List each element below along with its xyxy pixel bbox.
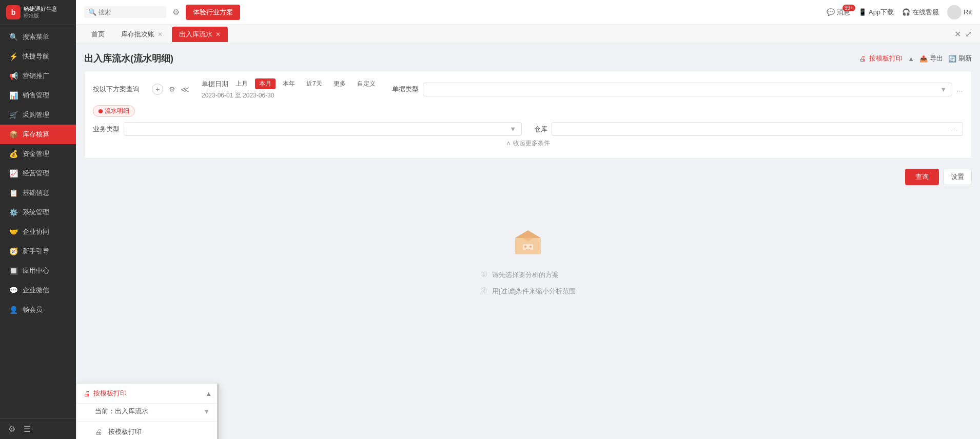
avatar [947, 5, 962, 19]
dropdown-item-template-print[interactable]: 🖨 按模板打印 [76, 424, 219, 439]
date-tab-last-month[interactable]: 上月 [231, 78, 252, 89]
dropdown-header[interactable]: 🖨 按模板打印 ▲ [76, 384, 219, 404]
refresh-btn[interactable]: 🔄 刷新 [948, 54, 972, 63]
wechat-icon: 💬 [8, 286, 18, 294]
filter-area: 按以下方案查询 + ⚙ ≪ 单据日期 上月 本月 本年 近7天 [84, 71, 972, 158]
business-type-select[interactable]: ▼ [124, 122, 522, 136]
expand-tab-btn[interactable]: ⤢ [965, 29, 972, 39]
sidebar-item-basics[interactable]: 📋 基础信息 [0, 183, 76, 203]
sidebar-item-operations[interactable]: 📈 经营管理 [0, 164, 76, 183]
date-tab-custom[interactable]: 自定义 [353, 78, 380, 89]
collapse-more-btn[interactable]: ∧ 收起更多条件 [93, 136, 963, 151]
date-tab-more[interactable]: 更多 [329, 78, 350, 89]
app-download-label: App下载 [869, 8, 894, 17]
tab-flow[interactable]: 出入库流水 ✕ [172, 27, 228, 42]
date-filter: 单据日期 上月 本月 本年 近7天 更多 自定义 2023-06-01 至 20… [202, 78, 380, 100]
sidebar-item-inventory[interactable]: 📦 库存核算 [0, 125, 76, 144]
tab-close-batch[interactable]: ✕ [158, 31, 163, 38]
sidebar: b 畅捷通好生意 标准版 🔍 搜索菜单 ⚡ 快捷导航 📢 营销推广 📊 销售管理… [0, 0, 76, 439]
printer-dropdown-icon: 🖨 [84, 390, 90, 397]
sidebar-item-search-menu[interactable]: 🔍 搜索菜单 [0, 27, 76, 47]
filter-tag-row: 流水明细 [93, 105, 963, 117]
message-badge: 99+ [842, 5, 855, 11]
sidebar-item-app-center[interactable]: 🔲 应用中心 [0, 261, 76, 281]
header-search-box[interactable]: 🔍 [84, 6, 166, 18]
trial-btn[interactable]: 体验行业方案 [186, 5, 240, 20]
print-dropdown-panel: 🖨 按模板打印 ▲ 当前：出入库流水 ▼ 🖨 按模板打印 👁 按模板预览 [76, 383, 220, 439]
tab-bar: 首页 库存批次账 ✕ 出入库流水 ✕ ✕ ⤢ [76, 25, 980, 44]
user-avatar-area[interactable]: Rit [947, 5, 972, 19]
sidebar-item-wechat[interactable]: 💬 企业微信 [0, 281, 76, 300]
date-tab-this-month[interactable]: 本月 [255, 78, 276, 89]
sidebar-item-marketing[interactable]: 📢 营销推广 [0, 66, 76, 86]
current-chevron-icon: ▼ [203, 408, 210, 415]
filter-collapse-btn[interactable]: ≪ [181, 85, 189, 94]
date-tab-this-year[interactable]: 本年 [279, 78, 299, 89]
bill-type-select[interactable]: ▼ [423, 83, 952, 96]
online-service-btn[interactable]: 🎧 在线客服 [902, 8, 939, 17]
message-btn[interactable]: 💬 消息 99+ [827, 8, 850, 17]
sidebar-item-purchase[interactable]: 🛒 采购管理 [0, 105, 76, 125]
empty-tip-1: ① 请先选择要分析的方案 [480, 269, 576, 280]
business-dropdown-icon: ▼ [509, 125, 516, 133]
purchase-icon: 🛒 [8, 111, 18, 119]
sidebar-item-member[interactable]: 👤 畅会员 [0, 300, 76, 320]
sidebar-item-quick-nav[interactable]: ⚡ 快捷导航 [0, 47, 76, 66]
member-icon: 👤 [8, 306, 18, 314]
dropdown-current-item[interactable]: 当前：出入库流水 ▼ [76, 404, 219, 419]
header-gear-icon[interactable]: ⚙ [172, 7, 180, 17]
tab-batch-account[interactable]: 库存批次账 ✕ [114, 27, 170, 42]
date-tab-last-7[interactable]: 近7天 [302, 78, 326, 89]
warehouse-filter: 仓库 … [534, 122, 963, 136]
guide-icon: 🧭 [8, 247, 18, 255]
inventory-icon: 📦 [8, 130, 18, 138]
query-btn[interactable]: 查询 [905, 169, 939, 185]
settings-bottom-icon[interactable]: ⚙ [8, 424, 15, 434]
sidebar-item-system[interactable]: ⚙️ 系统管理 [0, 203, 76, 222]
main-container: 🔍 ⚙ 体验行业方案 💬 消息 99+ 📱 App下载 🎧 在线客服 Rit [76, 0, 980, 439]
operations-icon: 📈 [8, 169, 18, 177]
filter-tag: 流水明细 [93, 105, 135, 117]
search-input[interactable] [99, 9, 150, 16]
date-filter-tabs: 上月 本月 本年 近7天 更多 自定义 [231, 78, 380, 89]
step1-icon: ① [480, 270, 487, 278]
warehouse-select[interactable]: … [552, 122, 963, 136]
tab-home[interactable]: 首页 [84, 27, 112, 42]
enterprise-icon: 🤝 [8, 228, 18, 236]
message-icon: 💬 [827, 8, 835, 16]
print-btn[interactable]: 🖨 按模板打印 [859, 54, 903, 63]
refresh-icon: 🔄 [948, 55, 956, 63]
bill-type-more-icon[interactable]: … [956, 86, 963, 93]
settings-btn[interactable]: 设置 [943, 169, 972, 185]
sidebar-item-sales[interactable]: 📊 销售管理 [0, 86, 76, 105]
tab-close-flow[interactable]: ✕ [215, 31, 221, 38]
app-download-btn[interactable]: 📱 App下载 [858, 8, 894, 17]
date-label: 单据日期 [202, 79, 228, 89]
export-btn[interactable]: 📤 导出 [919, 54, 943, 63]
service-icon: 🎧 [902, 8, 910, 16]
search-area: 查询 设置 [84, 165, 972, 189]
warehouse-label: 仓库 [534, 125, 547, 134]
divider-1 [76, 421, 219, 422]
menu-toggle-icon[interactable]: ☰ [24, 424, 31, 434]
filter-add-btn[interactable]: + [152, 84, 163, 95]
svg-point-4 [524, 246, 526, 248]
sidebar-item-enterprise[interactable]: 🤝 企业协同 [0, 222, 76, 242]
sidebar-logo: b 畅捷通好生意 标准版 [0, 0, 76, 25]
page-content: 出入库流水(流水明细) 🖨 按模板打印 ▲ 📤 导出 🔄 刷新 [76, 44, 980, 439]
marketing-icon: 📢 [8, 72, 18, 80]
search-icon: 🔍 [8, 33, 18, 41]
filter-row-2: 业务类型 ▼ 仓库 … [93, 122, 963, 136]
filter-label: 按以下方案查询 [93, 85, 140, 94]
warehouse-more-icon[interactable]: … [951, 125, 957, 133]
sidebar-nav: 🔍 搜索菜单 ⚡ 快捷导航 📢 营销推广 📊 销售管理 🛒 采购管理 📦 库存核… [0, 25, 76, 418]
print-chevron-icon[interactable]: ▲ [908, 55, 914, 63]
basics-icon: 📋 [8, 189, 18, 197]
close-all-tabs-btn[interactable]: ✕ [954, 29, 961, 39]
phone-icon: 📱 [858, 8, 867, 16]
app-center-icon: 🔲 [8, 267, 18, 275]
sidebar-item-finance[interactable]: 💰 资金管理 [0, 144, 76, 164]
filter-gear-btn[interactable]: ⚙ [166, 84, 178, 95]
logo-icon: b [6, 5, 21, 19]
sidebar-item-guide[interactable]: 🧭 新手引导 [0, 242, 76, 261]
